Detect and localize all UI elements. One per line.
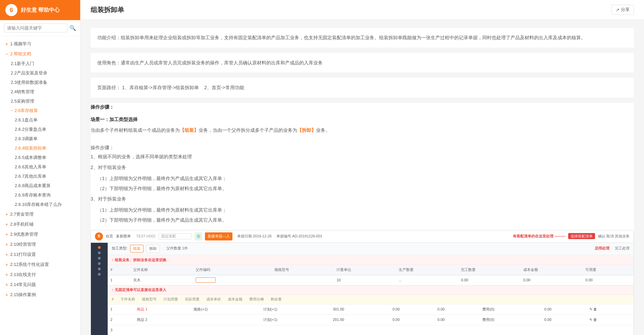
complete-btn-area: 完工处理 <box>615 245 630 252</box>
lower-table-area: 1 商品 1 规格(+1) 计划(+1) 301.00 0.00 0.00 费用… <box>108 304 634 335</box>
share-icon: ↗ <box>616 7 620 12</box>
sidebar-sub-mobile[interactable]: + 2.8手机旺铺 <box>0 219 80 229</box>
step3-sub2: （2）下部明细为子件明细，最终作为产成品生成其它入库单。 <box>97 216 634 225</box>
sidebar-sub-faq[interactable]: + 2.14常见问题 <box>0 280 80 290</box>
scenario1-title: 场景一：加工类型选择 <box>91 115 634 124</box>
path-card: 页面路径： 1、库存核算->库存管理->组装拆卸单 2、首页->常用功能 <box>91 78 634 98</box>
steps-card: 操作步骤： 场景一：加工类型选择 当由多个子件材料组装成一个成品的业务为【组装】… <box>91 103 634 335</box>
assembly-list-btn[interactable]: 选择装配清单 <box>568 233 595 239</box>
search-icon[interactable]: 🔍 <box>69 25 76 31</box>
sidebar-sub-ledger-fix[interactable]: 2.6.10库存账本错了么办 <box>0 200 80 209</box>
sidebar-sub-coupon[interactable]: + 2.9优惠券管理 <box>0 229 80 239</box>
page-title: 组装拆卸单 <box>91 5 124 14</box>
search-input[interactable] <box>4 23 67 33</box>
topbar-date: 单据日期 2019-12-26 <box>237 233 272 240</box>
path-label: 页面路径： 1、库存核算->库存管理->组装拆卸单 2、首页->常用功能 <box>97 83 627 92</box>
table-row: 1 商品 1 规格(+1) 计划(+1) 301.00 0.00 0.00 费用… <box>108 304 634 315</box>
upper-table: # 父件名称 父件编码 规格型号 计量单位 生产数量 完工数量 成本金额 可用量 <box>108 265 634 286</box>
sidebar-sub-cost-adjust[interactable]: 2.6.5成本调整单 <box>0 153 80 162</box>
col-prod-qty: 生产数量 <box>396 265 459 275</box>
sidebar-sub-payment[interactable]: + 2.13在线支付 <box>0 270 80 280</box>
type-disassembly-btn[interactable]: 拆卸 <box>146 245 160 253</box>
sidebar-title: 好生意 帮助中心 <box>21 7 60 14</box>
upper-table-row: 1 关木 10 ... 0.00 <box>108 275 634 285</box>
sidebar-sub-newuser[interactable]: 2.1新手入门 <box>0 59 80 68</box>
col-parent-name: 父件名称 <box>130 265 193 275</box>
type-assembly-btn[interactable]: 组装 <box>130 245 144 253</box>
scenario1-desc: 当由多个子件材料组装成一个成品的业务为【组装】业务，当由一个父件拆分成多个子产品… <box>91 126 634 135</box>
sidebar-sub-sales[interactable]: 2.4销售管理 <box>0 87 80 97</box>
nav-dot-3 <box>98 257 101 260</box>
topbar-order: 单据编号 AD-20191226-001 <box>276 233 322 240</box>
annotation2-label: ↑ 组装业务、拆卸业务在这里切换 <box>112 258 166 262</box>
main-header: 组装拆卸单 ↗ 分享 <box>80 0 644 20</box>
assembly-type-input[interactable] <box>158 233 192 239</box>
app-topbar: 6 自页 多新图单 TEST-H002 选 新建单据—入 单据日期 2019-1… <box>91 230 634 243</box>
annotation2-area: ↑ 组装业务、拆卸业务在这里切换 <box>108 255 634 265</box>
step3-sub1: （1）上部明细为父件明细，最终作为原材料生成其它出库单； <box>97 206 634 215</box>
topbar-id: TEST-H002 <box>136 233 155 240</box>
sidebar-sub-print[interactable]: + 2.11打印设置 <box>0 249 80 260</box>
app-body: 加工类型: 组装 拆卸 父件数量 1件 启用处理 完工处理 ↑ 组装业务、拆卸业… <box>91 243 634 335</box>
annotation4-label: ↑ 无固定清单可以直接在这里录入 <box>112 288 166 292</box>
sidebar-sub-inventory[interactable]: − 2.6库存核算 <box>0 106 80 115</box>
intro-card: 功能介绍：组装拆卸单用来处理企业组装或拆卸等加工业务，支持有固定装配清单的产品加… <box>91 28 634 48</box>
nav-dot-1 <box>98 246 101 249</box>
search-box: 🔍 <box>0 20 80 36</box>
parent-code-input[interactable] <box>196 277 216 283</box>
role-card: 使用角色：通常由生产人员或库管人员完成拆装业务的操作，库管人员确认原材料的出库和… <box>91 53 634 73</box>
main-area: 组装拆卸单 ↗ 分享 功能介绍：组装拆卸单用来处理企业组装或拆卸等加工业务，支持… <box>80 0 644 335</box>
nav-dot-2 <box>98 252 101 254</box>
sidebar-item-docs[interactable]: − 2.帮助文档 <box>0 49 80 59</box>
operation-steps-label: 操作步骤： <box>91 103 634 111</box>
lower-table: 1 商品 1 规格(+1) 计划(+1) 301.00 0.00 0.00 费用… <box>108 304 634 335</box>
sidebar-sub-dataprep[interactable]: 2.3使用前数据准备 <box>0 78 80 87</box>
content-area: 功能介绍：组装拆卸单用来处理企业组装或拆卸等加工业务，支持有固定装配清单的产品加… <box>80 20 644 335</box>
sidebar-sub-finance[interactable]: + 2.7资金管理 <box>0 209 80 219</box>
share-button[interactable]: ↗ 分享 <box>611 5 634 15</box>
sidebar-sub-purchase[interactable]: 2.5采购管理 <box>0 97 80 106</box>
app-main-content: 加工类型: 组装 拆卸 父件数量 1件 启用处理 完工处理 ↑ 组装业务、拆卸业… <box>108 243 634 335</box>
table-row: 2 商品 2 计划(+1) 201.00 0.00 0.00 费用(0) 0. <box>108 315 634 325</box>
sidebar-sub-mgmt[interactable]: + 2.10经营管理 <box>0 239 80 249</box>
topbar-orange-btn[interactable]: 新建单据—入 <box>205 232 232 240</box>
sidebar-sub-assembly[interactable]: 2.6.4组装拆卸单 <box>0 144 80 153</box>
upper-table-area: # 父件名称 父件编码 规格型号 计量单位 生产数量 完工数量 成本金额 可用量 <box>108 265 634 286</box>
sidebar-sub-customize[interactable]: + 2.12系统个性化设置 <box>0 260 80 270</box>
step1: 1、根据不同的业务，选择不同单据的类型来处理 <box>91 152 634 161</box>
nav-dot-5 <box>98 268 101 270</box>
annotation4-area: ↑ 无固定清单可以直接在这里录入 <box>108 285 634 295</box>
sidebar-header: 6 好生意 帮助中心 <box>0 0 80 20</box>
plus-icon: + <box>5 41 8 47</box>
sidebar-sub-outbound[interactable]: 2.6.7其他出库单 <box>0 172 80 181</box>
screenshot-container: 6 自页 多新图单 TEST-H002 选 新建单据—入 单据日期 2019-1… <box>91 230 634 335</box>
app-logo: 6 <box>95 232 103 240</box>
sidebar-sub-stocktake[interactable]: 2.6.1盘点单 <box>0 115 80 125</box>
annotation1-label: 有装配清单的在这里处理 ——— <box>513 234 566 238</box>
table-row: 3 <box>108 325 634 335</box>
sidebar-sub-cases[interactable]: + 2.15操作案例 <box>0 290 80 300</box>
col-parent-code: 父件编码 <box>193 265 272 275</box>
intro-text: 功能介绍：组装拆卸单用来处理企业组装或拆卸等加工业务，支持有固定装配清单的产品加… <box>97 33 627 42</box>
step3: 3、对于拆装业务 <box>91 194 634 204</box>
sidebar-sub-inbound[interactable]: 2.6.6其他入库单 <box>0 162 80 172</box>
sidebar-sub-transfer[interactable]: 2.6.3调拨单 <box>0 134 80 144</box>
col-spec: 规格型号 <box>272 265 334 275</box>
sidebar: 6 好生意 帮助中心 🔍 + 1.视频学习 − 2.帮助文档 2.1新手入门 2… <box>0 0 80 335</box>
annotation3-label: 启用处理 <box>595 245 609 252</box>
col-done-qty: 完工数量 <box>458 265 521 275</box>
step2: 2、对于组装业务 <box>91 163 634 172</box>
parent-count-label: 父件数量 1件 <box>166 245 188 252</box>
app-left-nav <box>91 243 108 335</box>
sidebar-sub-ledger[interactable]: 2.6.9库存账本查询 <box>0 190 80 200</box>
topbar-tag: 选 <box>195 232 202 240</box>
col-unit: 计量单位 <box>334 265 396 275</box>
app-menu: 自页 多新图单 <box>106 233 131 240</box>
logo: 6 <box>5 4 17 16</box>
type-label: 加工类型: <box>112 245 127 252</box>
sidebar-sub-install[interactable]: 2.2产品安装及登录 <box>0 68 80 78</box>
sidebar-sub-partial-stocktake[interactable]: 2.6.2分量盘点单 <box>0 125 80 134</box>
col-num: # <box>108 265 130 275</box>
sidebar-item-video[interactable]: + 1.视频学习 <box>0 39 80 49</box>
sidebar-sub-cost-recalc[interactable]: 2.6.8商品成本重算 <box>0 181 80 190</box>
